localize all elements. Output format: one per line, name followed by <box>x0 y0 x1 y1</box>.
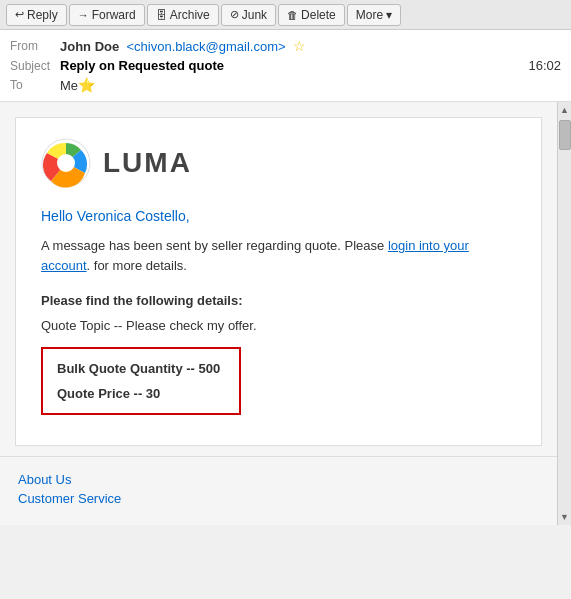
star-icon[interactable]: ☆ <box>293 38 306 54</box>
bulk-quantity-item: Bulk Quote Quantity -- 500 <box>57 361 225 376</box>
delete-icon: 🗑 <box>287 9 298 21</box>
forward-icon: → <box>78 9 89 21</box>
luma-logo-icon <box>41 138 91 188</box>
to-star-icon: ⭐ <box>78 77 95 93</box>
from-label: From <box>10 39 60 53</box>
sender-email: <chivon.black@gmail.com> <box>126 39 285 54</box>
more-button[interactable]: More ▾ <box>347 4 402 26</box>
quote-price-item: Quote Price -- 30 <box>57 386 225 401</box>
archive-label: Archive <box>170 8 210 22</box>
archive-icon: 🗄 <box>156 9 167 21</box>
email-greeting: Hello Veronica Costello, <box>41 208 516 224</box>
delete-label: Delete <box>301 8 336 22</box>
junk-label: Junk <box>242 8 267 22</box>
email-footer: About Us Customer Service <box>0 456 557 525</box>
junk-icon: ⊘ <box>230 8 239 21</box>
junk-button[interactable]: ⊘ Junk <box>221 4 276 26</box>
scroll-up-arrow[interactable]: ▲ <box>560 102 569 118</box>
to-value: Me⭐ <box>60 77 561 93</box>
svg-point-1 <box>57 154 75 172</box>
delete-button[interactable]: 🗑 Delete <box>278 4 345 26</box>
quote-details-box: Bulk Quote Quantity -- 500 Quote Price -… <box>41 347 241 415</box>
forward-button[interactable]: → Forward <box>69 4 145 26</box>
to-label: To <box>10 78 60 92</box>
forward-label: Forward <box>92 8 136 22</box>
email-content-card: LUMA Hello Veronica Costello, A message … <box>15 117 542 446</box>
details-title: Please find the following details: <box>41 293 516 308</box>
about-us-link[interactable]: About Us <box>18 472 539 487</box>
email-time: 16:02 <box>528 58 561 73</box>
quote-topic: Quote Topic -- Please check my offer. <box>41 318 516 333</box>
reply-label: Reply <box>27 8 58 22</box>
reply-icon: ↩ <box>15 8 24 21</box>
reply-button[interactable]: ↩ Reply <box>6 4 67 26</box>
archive-button[interactable]: 🗄 Archive <box>147 4 219 26</box>
scroll-down-arrow[interactable]: ▼ <box>560 509 569 525</box>
email-message: A message has been sent by seller regard… <box>41 236 516 275</box>
from-value: John Doe <chivon.black@gmail.com> ☆ <box>60 38 561 54</box>
content-area: LUMA Hello Veronica Costello, A message … <box>0 102 571 525</box>
scroll-thumb[interactable] <box>559 120 571 150</box>
subject-label: Subject <box>10 59 60 73</box>
to-name: Me <box>60 78 78 93</box>
luma-brand-text: LUMA <box>103 147 192 179</box>
sender-name: John Doe <box>60 39 119 54</box>
subject-text: Reply on Requested quote <box>60 58 224 73</box>
more-label: More ▾ <box>356 8 393 22</box>
email-toolbar: ↩ Reply → Forward 🗄 Archive ⊘ Junk 🗑 Del… <box>0 0 571 30</box>
luma-logo: LUMA <box>41 138 516 188</box>
customer-service-link[interactable]: Customer Service <box>18 491 539 506</box>
email-header: From John Doe <chivon.black@gmail.com> ☆… <box>0 30 571 102</box>
email-body: LUMA Hello Veronica Costello, A message … <box>0 102 557 525</box>
message-part1: A message has been sent by seller regard… <box>41 238 388 253</box>
message-part2: . for more details. <box>87 258 187 273</box>
scrollbar[interactable]: ▲ ▼ <box>557 102 571 525</box>
